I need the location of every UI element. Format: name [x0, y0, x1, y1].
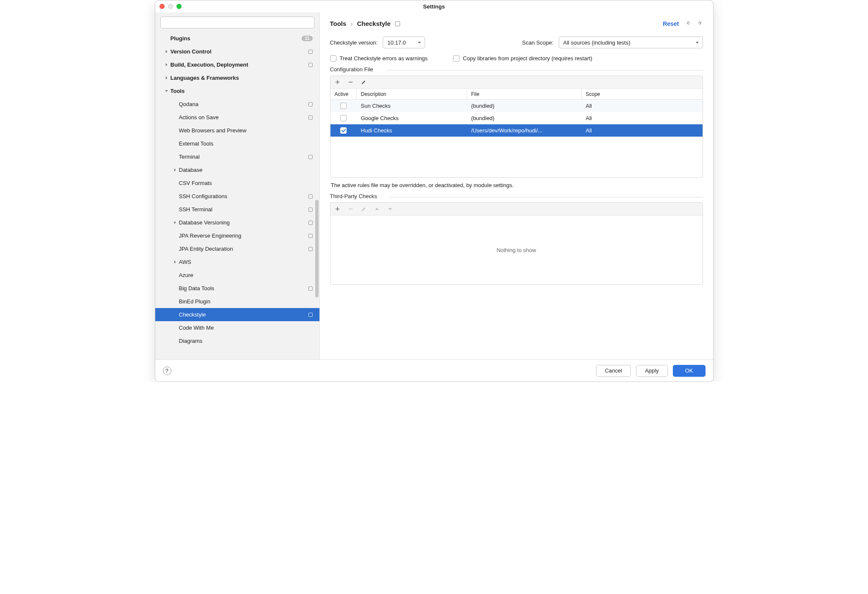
- sidebar-item-label: SSH Terminal: [179, 206, 306, 213]
- titlebar: Settings: [155, 0, 713, 12]
- settings-main: Tools › Checkstyle Reset Che: [320, 12, 713, 359]
- sidebar-item-label: Terminal: [179, 154, 306, 160]
- row-description: Google Checks: [357, 115, 467, 121]
- project-scope-icon: [308, 221, 313, 225]
- version-select[interactable]: 10.17.0: [383, 36, 425, 48]
- settings-sidebar: Plugins11Version ControlBuild, Execution…: [155, 12, 320, 359]
- sidebar-item-bined-plugin[interactable]: BinEd Plugin: [155, 295, 319, 308]
- sidebar-item-label: Code With Me: [179, 325, 313, 331]
- move-down-button: [387, 206, 393, 212]
- sidebar-item-build-execution-deployment[interactable]: Build, Execution, Deployment: [155, 58, 319, 71]
- breadcrumb: Tools › Checkstyle: [330, 20, 400, 27]
- remove-button[interactable]: [348, 79, 353, 85]
- sidebar-item-checkstyle[interactable]: Checkstyle: [155, 308, 319, 321]
- scope-value: All sources (including tests): [563, 39, 630, 46]
- row-active-checkbox[interactable]: [340, 115, 347, 121]
- add-button[interactable]: [335, 79, 340, 85]
- col-scope[interactable]: Scope: [582, 89, 703, 99]
- sidebar-item-qodana[interactable]: Qodana: [155, 98, 319, 111]
- sidebar-item-label: Build, Execution, Deployment: [171, 62, 306, 68]
- version-value: 10.17.0: [387, 39, 406, 46]
- sidebar-item-jpa-reverse-engineering[interactable]: JPA Reverse Engineering: [155, 229, 319, 242]
- sidebar-item-ssh-terminal[interactable]: SSH Terminal: [155, 203, 319, 216]
- nav-forward-icon[interactable]: [697, 20, 703, 27]
- nav-back-icon[interactable]: [685, 20, 691, 27]
- chevron-right-icon[interactable]: [163, 76, 171, 80]
- add-button[interactable]: [335, 206, 340, 212]
- chevron-right-icon[interactable]: [171, 221, 179, 224]
- remove-button: [348, 206, 353, 212]
- chevron-right-icon[interactable]: [163, 63, 171, 67]
- project-scope-icon: [395, 21, 400, 26]
- row-active-checkbox[interactable]: [340, 127, 347, 134]
- chevron-down-icon: [417, 39, 421, 46]
- sidebar-item-label: Checkstyle: [179, 311, 306, 318]
- override-hint: The active rules file may be overridden,…: [331, 182, 703, 188]
- project-scope-icon: [308, 155, 313, 159]
- sidebar-item-label: Azure: [179, 272, 313, 278]
- config-file-panel: Active Description File Scope Sun Checks…: [330, 76, 703, 178]
- sidebar-item-web-browsers-and-preview[interactable]: Web Browsers and Preview: [155, 124, 319, 137]
- sidebar-item-actions-on-save[interactable]: Actions on Save: [155, 111, 319, 124]
- sidebar-item-diagrams[interactable]: Diagrams: [155, 334, 319, 347]
- sidebar-item-code-with-me[interactable]: Code With Me: [155, 321, 319, 334]
- chevron-down-icon[interactable]: [163, 89, 171, 93]
- sidebar-item-terminal[interactable]: Terminal: [155, 150, 319, 163]
- copy-libs-checkbox[interactable]: Copy libraries from project directory (r…: [453, 55, 592, 62]
- settings-tree[interactable]: Plugins11Version ControlBuild, Execution…: [155, 32, 319, 359]
- project-scope-icon: [308, 234, 313, 238]
- edit-button[interactable]: [361, 79, 367, 85]
- sidebar-item-azure[interactable]: Azure: [155, 269, 319, 282]
- ok-button[interactable]: OK: [673, 365, 706, 377]
- help-button[interactable]: ?: [163, 367, 171, 375]
- sidebar-item-languages-frameworks[interactable]: Languages & Frameworks: [155, 71, 319, 84]
- sidebar-item-version-control[interactable]: Version Control: [155, 45, 319, 58]
- scope-select[interactable]: All sources (including tests): [559, 36, 703, 48]
- sidebar-item-aws[interactable]: AWS: [155, 255, 319, 269]
- dialog-footer: ? Cancel Apply OK: [155, 359, 713, 381]
- sidebar-item-label: Actions on Save: [179, 114, 306, 120]
- apply-button[interactable]: Apply: [636, 365, 668, 377]
- sidebar-item-jpa-entity-declaration[interactable]: JPA Entity Declaration: [155, 242, 319, 255]
- chevron-right-icon[interactable]: [171, 260, 179, 264]
- sidebar-item-label: External Tools: [179, 140, 313, 147]
- chevron-right-icon[interactable]: [163, 50, 171, 53]
- sidebar-item-database-versioning[interactable]: Database Versioning: [155, 216, 319, 229]
- col-description[interactable]: Description: [357, 89, 467, 99]
- sidebar-item-label: Version Control: [171, 48, 306, 55]
- sidebar-item-big-data-tools[interactable]: Big Data Tools: [155, 282, 319, 295]
- search-input[interactable]: [160, 17, 314, 28]
- breadcrumb-current: Checkstyle: [357, 20, 390, 27]
- reset-button[interactable]: Reset: [663, 20, 679, 27]
- third-party-empty: Nothing to show: [330, 216, 703, 284]
- col-active[interactable]: Active: [330, 89, 357, 99]
- table-row[interactable]: Sun Checks(bundled)All: [330, 100, 703, 112]
- table-row[interactable]: Hudi Checks/Users/dev/Work/repo/hudi/...…: [330, 124, 703, 137]
- sidebar-item-csv-formats[interactable]: CSV Formats: [155, 177, 319, 190]
- row-scope: All: [582, 127, 703, 134]
- sidebar-item-label: AWS: [179, 259, 313, 265]
- sidebar-item-label: Qodana: [179, 101, 306, 107]
- scope-label: Scan Scope:: [522, 39, 554, 46]
- treat-errors-label: Treat Checkstyle errors as warnings: [340, 55, 428, 62]
- sidebar-item-ssh-configurations[interactable]: SSH Configurations: [155, 190, 319, 203]
- sidebar-item-label: CSV Formats: [179, 180, 313, 186]
- row-description: Sun Checks: [357, 103, 467, 109]
- sidebar-item-external-tools[interactable]: External Tools: [155, 137, 319, 150]
- cancel-button[interactable]: Cancel: [596, 365, 631, 377]
- sidebar-item-tools[interactable]: Tools: [155, 84, 319, 98]
- chevron-right-icon[interactable]: [171, 168, 179, 172]
- project-scope-icon: [308, 313, 313, 317]
- row-scope: All: [582, 103, 703, 109]
- version-label: Checkstyle version:: [330, 39, 378, 46]
- sidebar-item-plugins[interactable]: Plugins11: [155, 32, 319, 45]
- row-description: Hudi Checks: [357, 127, 467, 134]
- third-party-title: Third-Party Checks: [330, 193, 381, 199]
- table-row[interactable]: Google Checks(bundled)All: [330, 112, 703, 124]
- breadcrumb-root[interactable]: Tools: [330, 20, 347, 27]
- col-file[interactable]: File: [467, 89, 582, 99]
- row-active-checkbox[interactable]: [340, 103, 347, 109]
- sidebar-item-database[interactable]: Database: [155, 163, 319, 177]
- treat-errors-checkbox[interactable]: Treat Checkstyle errors as warnings: [330, 55, 428, 62]
- project-scope-icon: [308, 207, 313, 212]
